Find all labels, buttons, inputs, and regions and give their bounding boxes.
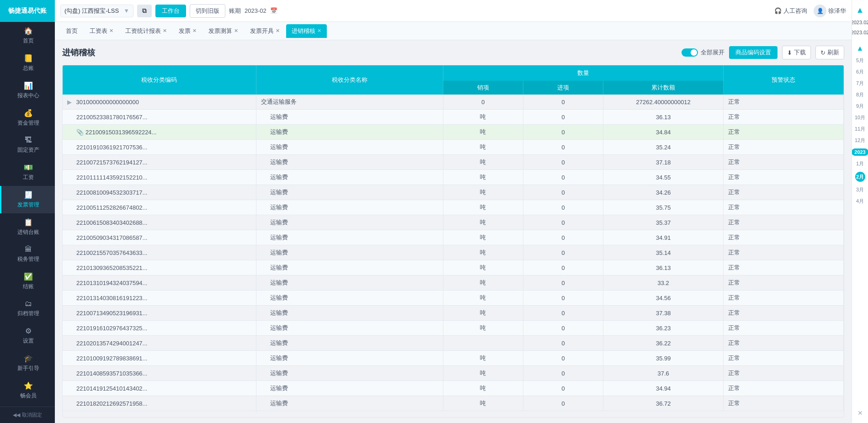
panel-9month[interactable]: 9月 — [852, 101, 868, 111]
table-row[interactable]: 22100509034317086587... 运输费 吨 0 34.91 正常 — [63, 230, 844, 245]
cell-sale: 0 — [523, 366, 603, 381]
panel-10month[interactable]: 10月 — [852, 112, 868, 123]
refresh-button[interactable]: ↻ 刷新 — [815, 46, 844, 59]
sidebar-item-13[interactable]: ⭐畅会员 — [0, 377, 55, 404]
switch-version-button[interactable]: 切到旧版 — [190, 4, 225, 18]
table-row[interactable]: 22101820212692571958... 运输费 吨 0 36.72 正常 — [63, 396, 844, 411]
cell-name: 运输费 — [256, 396, 443, 411]
cell-code: ▶ 3010000000000000000 — [63, 95, 256, 110]
sidebar-label-6: 发票管理 — [17, 201, 39, 209]
sidebar-item-3[interactable]: 💰资金管理 — [0, 104, 55, 132]
tab-1[interactable]: 工资表✕ — [84, 24, 119, 38]
panel-8month[interactable]: 8月 — [852, 90, 868, 100]
avatar: 👤 — [814, 5, 826, 17]
download-button[interactable]: ⬇ 下载 — [782, 46, 811, 59]
panel-6month[interactable]: 6月 — [852, 67, 868, 77]
support-link[interactable]: 🎧 人工咨询 — [774, 7, 807, 15]
table-row[interactable]: 22101111143592152210... 运输费 吨 0 34.55 正常 — [63, 170, 844, 185]
copy-icon[interactable]: ⧉ — [137, 5, 152, 17]
close-panel-button[interactable]: ✕ — [852, 407, 868, 419]
sidebar-item-0[interactable]: 🏠首页 — [0, 22, 55, 49]
table-row[interactable]: 22100810094532303717... 运输费 吨 0 34.26 正常 — [63, 185, 844, 200]
sidebar-item-6[interactable]: 🧾发票管理 — [0, 186, 55, 213]
settings-button[interactable]: 商品编码设置 — [729, 46, 777, 59]
cell-sale: 0 — [523, 140, 603, 155]
expand-toggle[interactable] — [682, 48, 698, 57]
panel-12month[interactable]: 12月 — [852, 135, 868, 146]
table-row[interactable]: 22100511252826674802... 运输费 吨 0 35.75 正常 — [63, 200, 844, 215]
panel-11month[interactable]: 11月 — [852, 124, 868, 134]
table-row[interactable]: 22101916102976437325... 运输费 吨 0 36.23 正常 — [63, 321, 844, 336]
panel-4month[interactable]: 4月 — [852, 196, 868, 206]
tab-close-3[interactable]: ✕ — [192, 28, 197, 34]
table-row[interactable]: 22100721573762194127... 运输费 吨 0 37.18 正常 — [63, 155, 844, 170]
company-selector[interactable]: (勾盘) 江西报宝-LSS ▼ — [60, 5, 133, 17]
sidebar-item-11[interactable]: ⚙设置 — [0, 322, 55, 349]
cell-cumulative: 36.23 — [603, 321, 724, 336]
col-code: 税收分类编码 — [63, 65, 256, 95]
main-table: 税收分类编码 税收分类名称 数量 预警状态 销项 进项 累计数额 ▶ 30100… — [63, 65, 844, 411]
workbench-button[interactable]: 工作台 — [155, 5, 186, 17]
panel-up-arrow2[interactable]: ▲ — [852, 42, 868, 54]
table-row[interactable]: 22101419125410143402... 运输费 吨 0 34.94 正常 — [63, 381, 844, 396]
main-area: (勾盘) 江西报宝-LSS ▼ ⧉ 工作台 切到旧版 账期 2023-02 📅 … — [55, 0, 852, 423]
tab-6[interactable]: 进销稽核✕ — [286, 24, 327, 38]
sidebar-item-4[interactable]: 🏗固定资产 — [0, 132, 55, 159]
table-row[interactable]: 📎22100915031396592224... 运输费 吨 0 34.84 正… — [63, 125, 844, 140]
sidebar-icon-5: 💵 — [24, 163, 33, 172]
tab-close-4[interactable]: ✕ — [234, 28, 238, 34]
panel-year-2023-top[interactable]: 2023.02 — [852, 18, 868, 27]
sidebar-item-7[interactable]: 📋进销台账 — [0, 213, 55, 241]
table-row[interactable]: 22100713490523196931... 运输费 吨 0 37.38 正常 — [63, 306, 844, 321]
table-row[interactable]: 22101310194324037594... 运输费 吨 0 33.2 正常 — [63, 275, 844, 291]
panel-year-badge[interactable]: 2023 — [852, 147, 868, 158]
calendar-icon[interactable]: 📅 — [270, 7, 277, 14]
cell-code: 22101910361921707536... — [63, 140, 256, 155]
attach-icon[interactable]: 📎 — [76, 129, 84, 136]
tab-4[interactable]: 发票测算✕ — [203, 24, 244, 38]
table-row[interactable]: 22101408593571035366... 运输费 吨 0 37.6 正常 — [63, 366, 844, 381]
table-row[interactable]: 22101009192789838691... 运输费 吨 0 35.99 正常 — [63, 351, 844, 366]
sidebar-item-5[interactable]: 💵工资 — [0, 159, 55, 186]
tab-0[interactable]: 首页 — [60, 24, 83, 38]
tab-close-1[interactable]: ✕ — [109, 28, 113, 34]
sidebar-item-10[interactable]: 🗂归档管理 — [0, 295, 55, 322]
sidebar-item-8[interactable]: 🏛税务管理 — [0, 241, 55, 268]
panel-5month[interactable]: 5月 — [852, 55, 868, 66]
tab-close-2[interactable]: ✕ — [163, 28, 167, 34]
table-row[interactable]: 22100615083403402688... 运输费 吨 0 35.37 正常 — [63, 215, 844, 230]
cell-unit: 吨 — [443, 110, 523, 125]
sidebar-item-2[interactable]: 📊报表中心 — [0, 77, 55, 104]
sidebar-item-9[interactable]: ✅结账 — [0, 268, 55, 295]
cell-status: 正常 — [724, 170, 844, 185]
expand-icon[interactable]: ▶ — [67, 99, 72, 106]
table-row[interactable]: ▶ 3010000000000000000 交通运输服务 0 0 27262.4… — [63, 95, 844, 110]
sidebar-label-5: 工资 — [23, 174, 34, 181]
table-row[interactable]: 22102013574294001247... 运输费 0 36.22 正常 — [63, 336, 844, 351]
panel-1month[interactable]: 1月 — [852, 159, 868, 169]
tab-close-6[interactable]: ✕ — [317, 28, 321, 34]
table-row[interactable]: 22100215570357643633... 运输费 吨 0 35.14 正常 — [63, 245, 844, 260]
cell-cumulative: 35.24 — [603, 140, 724, 155]
tab-3[interactable]: 发票✕ — [173, 24, 202, 38]
panel-up-arrow[interactable]: ▲ — [852, 4, 868, 17]
tab-5[interactable]: 发票开具✕ — [245, 24, 285, 38]
table-row[interactable]: 22101309365208535221... 运输费 吨 0 36.13 正常 — [63, 260, 844, 275]
panel-current-month-badge[interactable]: 2月 — [852, 170, 868, 184]
main-table-container[interactable]: 税收分类编码 税收分类名称 数量 预警状态 销项 进项 累计数额 ▶ 30100… — [62, 65, 844, 418]
tab-2[interactable]: 工资统计报表✕ — [120, 24, 172, 38]
tab-close-5[interactable]: ✕ — [276, 28, 280, 34]
cell-unit: 吨 — [443, 351, 523, 366]
cell-name: 运输费 — [256, 381, 443, 396]
sidebar-item-12[interactable]: 🎓新手引导 — [0, 349, 55, 377]
panel-year-2023-top2[interactable]: 2023.02 — [852, 28, 868, 37]
table-row[interactable]: 22100523381780176567... 运输费 吨 0 36.13 正常 — [63, 110, 844, 125]
sidebar-footer-unpin[interactable]: ◀◀ 取消固定 — [0, 407, 55, 423]
panel-7month[interactable]: 7月 — [852, 78, 868, 89]
table-row[interactable]: 22101314030816191223... 运输费 吨 0 34.56 正常 — [63, 291, 844, 306]
table-row[interactable]: 22101910361921707536... 运输费 吨 0 35.24 正常 — [63, 140, 844, 155]
sidebar-item-1[interactable]: 📒总账 — [0, 49, 55, 77]
user-menu[interactable]: 👤 徐泽华 — [814, 5, 846, 17]
panel-3month[interactable]: 3月 — [852, 185, 868, 195]
cell-status: 正常 — [724, 275, 844, 291]
